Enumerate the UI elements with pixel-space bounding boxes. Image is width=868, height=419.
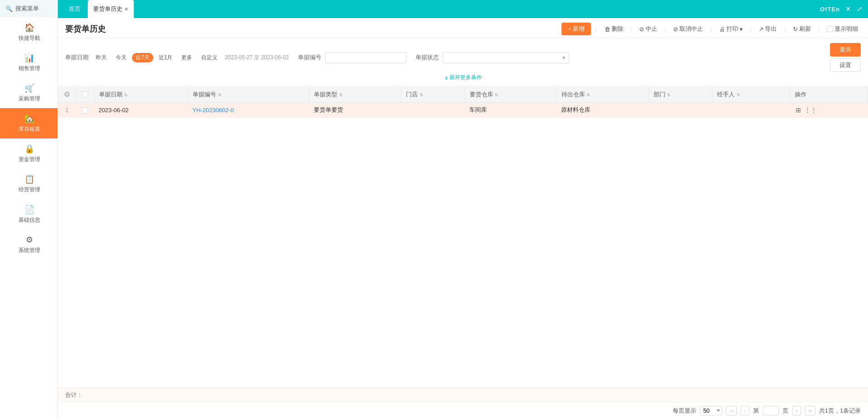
sidebar-item-purchase[interactable]: 🛒 采购管理 — [0, 78, 57, 108]
tab-requisition-history[interactable]: 要货单历史 ✕ — [88, 0, 134, 18]
filter-group-date: 单据日期 昨天 今天 近7天 近1月 更多 自定义 2023-05-27 至 2… — [65, 53, 289, 62]
sidebar-item-finance[interactable]: 🔒 资金管理 — [0, 138, 57, 169]
sidebar-search-label: 搜索菜单 — [15, 5, 39, 13]
sidebar-item-label: 基础信息 — [19, 216, 40, 224]
sidebar-item-sales[interactable]: 📊 销售管理 — [0, 48, 57, 78]
settings-button[interactable]: 设置 — [830, 58, 861, 72]
sidebar-item-inventory[interactable]: 🏡 库存核算 — [0, 108, 57, 138]
cell-checkbox — [76, 103, 94, 118]
refresh-button[interactable]: ↻ 刷新 — [790, 23, 814, 35]
date-pill-1month[interactable]: 近1月 — [155, 53, 176, 62]
maximize-icon[interactable]: ⤢ — [857, 5, 863, 13]
date-pills: 昨天 今天 近7天 近1月 更多 自定义 — [92, 53, 221, 62]
topbar: 首页 要货单历史 ✕ OfTEn ✕ ⤢ — [58, 0, 868, 18]
print-icon: 🖨 — [719, 26, 725, 33]
order-no-link[interactable]: YH-20230602-0 — [193, 107, 234, 114]
date-pill-more[interactable]: 更多 — [178, 53, 196, 62]
page-input[interactable]: 1 — [763, 406, 779, 415]
page-suffix: 页 — [783, 407, 788, 415]
prev-page-button[interactable]: ‹ — [741, 406, 750, 415]
order-no-input[interactable] — [325, 52, 406, 63]
date-pill-yesterday[interactable]: 昨天 — [92, 53, 110, 62]
home-icon: 🏠 — [24, 23, 34, 33]
sort-store-icon[interactable]: ⇅ — [420, 92, 423, 97]
close-window-icon[interactable]: ✕ — [845, 5, 851, 13]
sidebar-item-system[interactable]: ⚙ 系统管理 — [0, 229, 57, 260]
cell-req-warehouse: 车间库 — [465, 103, 557, 118]
cell-handler — [712, 103, 790, 118]
more-action-icon[interactable]: ⋮⋮ — [804, 106, 817, 114]
stop-button[interactable]: ⊘ 中止 — [637, 23, 660, 35]
col-settings: ⚙ — [58, 86, 76, 103]
col-action: 操作 — [790, 86, 868, 103]
sidebar-item-operation[interactable]: 📋 经营管理 — [0, 169, 57, 199]
sidebar-search[interactable]: 🔍 搜索菜单 — [0, 0, 57, 17]
tab-close-icon[interactable]: ✕ — [124, 6, 128, 12]
export-button[interactable]: ↗ 导出 — [756, 23, 779, 35]
pagination: 每页显示 10 20 50 100 « ‹ 第 1 页 › » 共1页，1条记录 — [58, 402, 868, 419]
brand-logo: OfTEn — [820, 6, 840, 13]
cell-department — [649, 103, 712, 118]
status-input[interactable] — [443, 52, 569, 63]
print-button[interactable]: 🖨 打印 ▾ — [717, 23, 745, 35]
cell-action: ⊞ ⋮⋮ — [790, 103, 868, 118]
total-info: 共1页，1条记录 — [819, 407, 861, 415]
tab-home-label: 首页 — [69, 5, 80, 13]
sidebar-item-label: 销售管理 — [19, 65, 40, 72]
stop-icon: ⊘ — [639, 26, 644, 33]
sort-handler-icon[interactable]: ⇅ — [736, 92, 740, 97]
query-button[interactable]: 查询 — [830, 43, 861, 57]
per-page-select[interactable]: 10 20 50 100 — [700, 406, 722, 415]
sort-dest-wh-icon[interactable]: ⇅ — [586, 92, 590, 97]
clipboard-icon: 📋 — [24, 174, 34, 184]
house-icon: 🏡 — [24, 114, 34, 124]
date-pill-custom[interactable]: 自定义 — [198, 53, 221, 62]
checkbox-show-detail[interactable] — [827, 26, 833, 32]
delete-icon: 🗑 — [604, 26, 610, 33]
view-action-icon[interactable]: ⊞ — [796, 106, 801, 114]
column-settings-icon[interactable]: ⚙ — [64, 90, 70, 98]
next-page-button[interactable]: › — [792, 406, 801, 415]
cancel-stop-button[interactable]: ⊘ 取消中止 — [670, 23, 706, 35]
filter-expand-row: ∨ 展开更多条件 — [65, 74, 861, 81]
sidebar-item-quick-nav[interactable]: 🏠 快捷导航 — [0, 17, 57, 48]
first-page-button[interactable]: « — [726, 406, 736, 415]
col-dest-warehouse: 待出仓库 ⇅ — [557, 86, 649, 103]
delete-button[interactable]: 🗑 删除 — [602, 23, 626, 35]
sort-date-icon[interactable]: ⇅ — [124, 92, 127, 97]
page-title: 要货单历史 — [65, 24, 106, 34]
new-button[interactable]: + 新增 — [561, 23, 591, 35]
row-checkbox[interactable] — [82, 107, 88, 114]
total-label: 合计： — [65, 391, 83, 399]
stop-label: 中止 — [646, 25, 657, 33]
date-pill-today[interactable]: 今天 — [112, 53, 130, 62]
tab-requisition-label: 要货单历史 — [93, 5, 123, 13]
chart-icon: 📊 — [24, 53, 34, 63]
sidebar-item-label: 库存核算 — [19, 125, 40, 133]
page-header: 要货单历史 + 新增 | 🗑 删除 | ⊘ 中止 | ⊘ 取消中止 | — [58, 18, 868, 38]
date-filter-label: 单据日期 — [65, 53, 89, 62]
select-all-checkbox[interactable] — [82, 91, 88, 98]
table-body: 1 2023-06-02 YH-20230602-0 要货单要货 车间库 原材料… — [58, 103, 868, 118]
cancel-stop-icon: ⊘ — [673, 26, 678, 33]
sort-orderno-icon[interactable]: ⇅ — [218, 92, 222, 97]
tab-home[interactable]: 首页 — [63, 0, 86, 18]
filter-group-status: 单据状态 ▾ — [415, 52, 569, 63]
sidebar-item-label: 快捷导航 — [19, 34, 40, 42]
expand-filter-button[interactable]: ∨ 展开更多条件 — [444, 74, 482, 81]
date-pill-7days[interactable]: 近7天 — [132, 53, 153, 62]
filter-group-order-no: 单据编号 — [298, 52, 406, 63]
sort-req-wh-icon[interactable]: ⇅ — [495, 92, 498, 97]
last-page-button[interactable]: » — [805, 406, 815, 415]
doc-icon: 📄 — [24, 205, 34, 214]
order-no-label: 单据编号 — [298, 53, 321, 62]
show-detail-button[interactable]: 显示明细 — [824, 23, 861, 35]
sidebar-item-basic[interactable]: 📄 基础信息 — [0, 199, 57, 229]
gear-icon: ⚙ — [26, 235, 33, 245]
cell-date: 2023-06-02 — [94, 103, 188, 118]
table-header-row: ⚙ 单据日期 ⇅ 单据编号 ⇅ — [58, 86, 868, 103]
sort-dept-icon[interactable]: ⇅ — [667, 92, 670, 97]
table-row[interactable]: 1 2023-06-02 YH-20230602-0 要货单要货 车间库 原材料… — [58, 103, 868, 118]
sort-type-icon[interactable]: ⇅ — [339, 92, 343, 97]
col-handler: 经手人 ⇅ — [712, 86, 790, 103]
